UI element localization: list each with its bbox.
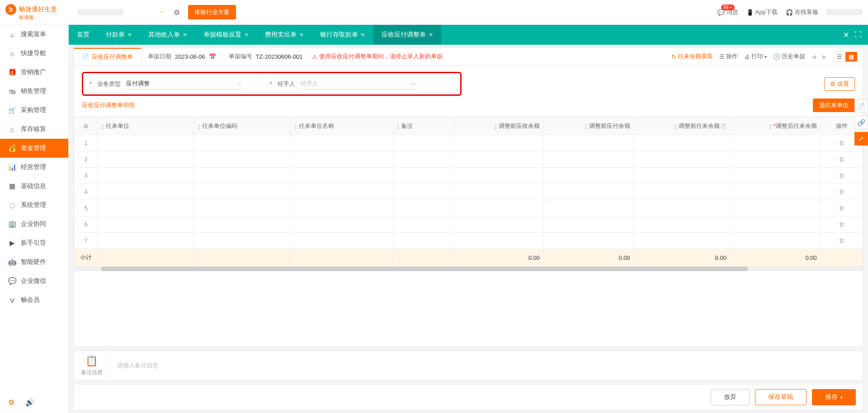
headset-icon: 🎧 — [786, 9, 793, 16]
close-icon[interactable]: ✕ — [127, 32, 132, 38]
sidebar-icon: ⌕ — [8, 31, 16, 38]
tab-item[interactable]: 银行存取款单✕ — [312, 25, 373, 45]
tab-home[interactable]: 首页 — [69, 25, 98, 45]
settings-gear-icon[interactable]: ⚙ — [174, 8, 180, 17]
header-right: 💬 99 + 消息 📱 App下载 🎧 在线客服 — [717, 8, 863, 16]
tab-bar: 首页 付款单✕其他收入单✕单据模板设置✕费用支出单✕银行存取款单✕应收应付调整单… — [0, 25, 868, 45]
close-icon[interactable]: ✕ — [299, 32, 304, 38]
sidebar: ⌕搜索菜单⌂快捷导航🎁营销推广🛍销售管理🛒采购管理⌂库存核算💰资金管理📊经营管理… — [0, 25, 69, 45]
tab-item[interactable]: 应收应付调整单✕ — [373, 25, 441, 45]
top-header: b 畅捷通好生意 标准版 ﹀ ⚙ 体验行业方案 💬 99 + 消息 📱 App下… — [0, 0, 868, 25]
sidebar-item[interactable]: ⌕搜索菜单 — [0, 25, 68, 44]
messages-link[interactable]: 💬 99 + 消息 — [717, 8, 738, 16]
close-icon[interactable]: ✕ — [244, 32, 249, 38]
close-tab-icon[interactable]: ✕ — [843, 31, 849, 39]
sidebar-item[interactable]: ⌂快捷导航 — [0, 44, 68, 45]
logo-subtitle: 标准版 — [19, 14, 57, 21]
online-service-link[interactable]: 🎧 在线客服 — [786, 8, 818, 16]
tab-item[interactable]: 单据模板设置✕ — [195, 25, 257, 45]
expand-icon[interactable]: ⛶ — [854, 31, 862, 39]
close-icon[interactable]: ✕ — [429, 32, 433, 38]
logo-text: 畅捷通好生意 — [19, 5, 57, 14]
experience-industry-button[interactable]: 体验行业方案 — [188, 5, 236, 19]
logo-icon: b — [5, 4, 16, 15]
company-selector[interactable]: ﹀ — [78, 9, 165, 16]
tab-item[interactable]: 付款单✕ — [98, 25, 140, 45]
mobile-icon: 📱 — [746, 9, 754, 16]
close-icon[interactable]: ✕ — [361, 32, 365, 38]
tab-item[interactable]: 费用支出单✕ — [257, 25, 312, 45]
app-download-link[interactable]: 📱 App下载 — [746, 8, 778, 16]
sidebar-label: 搜索菜单 — [21, 30, 46, 38]
user-avatar[interactable] — [826, 9, 863, 15]
close-icon[interactable]: ✕ — [183, 32, 187, 38]
tab-item[interactable]: 其他收入单✕ — [140, 25, 195, 45]
chevron-down-icon: ﹀ — [159, 9, 165, 16]
tab-bar-actions: ✕ ⛶ — [843, 31, 868, 39]
logo-area: b 畅捷通好生意 标准版 — [5, 4, 69, 21]
messages-badge: 99 + — [721, 5, 735, 10]
